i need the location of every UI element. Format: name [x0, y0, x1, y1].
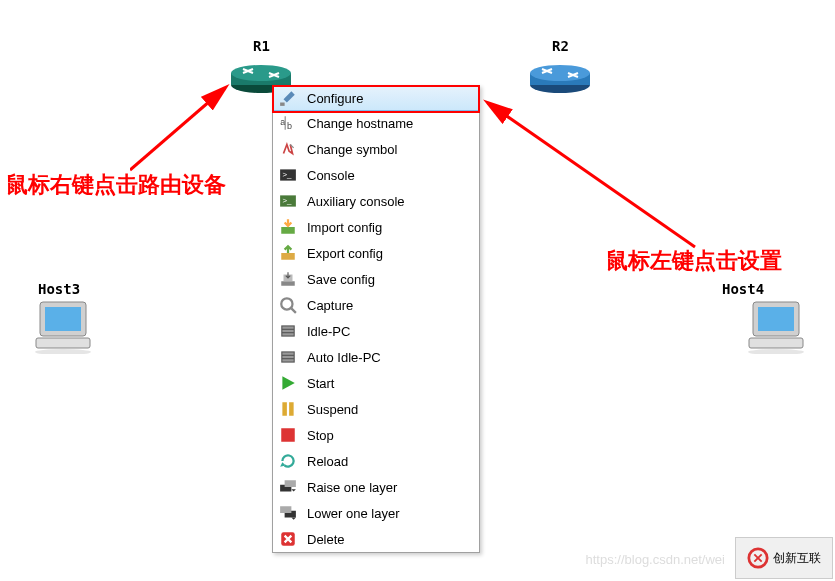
svg-point-13 — [748, 349, 804, 354]
console-icon: >_ — [279, 166, 297, 184]
start-icon — [279, 374, 297, 392]
lower-layer-icon — [279, 504, 297, 522]
svg-rect-34 — [282, 330, 293, 332]
menu-label: Idle-PC — [307, 324, 350, 339]
menu-item-capture[interactable]: Capture — [273, 292, 479, 318]
svg-rect-38 — [282, 356, 293, 358]
tool-icon — [279, 89, 297, 107]
svg-rect-33 — [282, 327, 293, 329]
host4-label: Host4 — [722, 281, 764, 297]
annotation-left: 鼠标右键点击路由设备 — [6, 170, 226, 200]
menu-label: Capture — [307, 298, 353, 313]
annotation-right: 鼠标左键点击设置 — [606, 246, 782, 276]
logo-badge: 创新互联 — [735, 537, 833, 579]
menu-label: Raise one layer — [307, 480, 397, 495]
r1-label: R1 — [253, 38, 270, 54]
svg-rect-7 — [45, 307, 81, 331]
svg-rect-8 — [36, 338, 90, 348]
svg-rect-39 — [282, 359, 293, 361]
export-icon — [279, 244, 297, 262]
svg-rect-37 — [282, 353, 293, 355]
svg-rect-35 — [282, 333, 293, 335]
svg-point-30 — [281, 298, 292, 309]
svg-rect-11 — [758, 307, 794, 331]
menu-label: Save config — [307, 272, 375, 287]
svg-text:b: b — [287, 121, 292, 131]
aux-console-icon: >_ — [279, 192, 297, 210]
host4-device[interactable] — [745, 298, 807, 354]
menu-item-aux-console[interactable]: >_ Auxiliary console — [273, 188, 479, 214]
svg-rect-12 — [749, 338, 803, 348]
r2-label: R2 — [552, 38, 569, 54]
svg-rect-27 — [281, 253, 295, 260]
symbol-icon — [279, 140, 297, 158]
menu-label: Change symbol — [307, 142, 397, 157]
menu-label: Configure — [307, 91, 363, 106]
menu-label: Reload — [307, 454, 348, 469]
reload-icon — [279, 452, 297, 470]
svg-rect-18 — [280, 103, 285, 106]
menu-label: Import config — [307, 220, 382, 235]
menu-item-raise-layer[interactable]: Raise one layer — [273, 474, 479, 500]
suspend-icon — [279, 400, 297, 418]
svg-rect-28 — [281, 281, 295, 286]
auto-idlepc-icon — [279, 348, 297, 366]
arrow-right — [480, 95, 700, 255]
menu-item-delete[interactable]: Delete — [273, 526, 479, 552]
svg-text:>_: >_ — [282, 196, 292, 205]
svg-point-5 — [530, 65, 590, 81]
svg-point-2 — [231, 65, 291, 81]
menu-item-console[interactable]: >_ Console — [273, 162, 479, 188]
menu-item-import-config[interactable]: Import config — [273, 214, 479, 240]
menu-item-lower-layer[interactable]: Lower one layer — [273, 500, 479, 526]
menu-item-idle-pc[interactable]: Idle-PC — [273, 318, 479, 344]
idlepc-icon — [279, 322, 297, 340]
capture-icon — [279, 296, 297, 314]
hostname-icon: ab — [279, 114, 297, 132]
svg-rect-26 — [281, 227, 295, 234]
svg-point-9 — [35, 349, 91, 354]
menu-label: Console — [307, 168, 355, 183]
menu-item-change-hostname[interactable]: ab Change hostname — [273, 110, 479, 136]
menu-item-change-symbol[interactable]: Change symbol — [273, 136, 479, 162]
svg-rect-48 — [280, 506, 291, 513]
svg-line-15 — [130, 88, 225, 170]
badge-label: 创新互联 — [773, 550, 821, 567]
menu-label: Change hostname — [307, 116, 413, 131]
menu-label: Auxiliary console — [307, 194, 405, 209]
menu-item-reload[interactable]: Reload — [273, 448, 479, 474]
menu-label: Suspend — [307, 402, 358, 417]
menu-item-save-config[interactable]: Save config — [273, 266, 479, 292]
menu-item-export-config[interactable]: Export config — [273, 240, 479, 266]
arrow-left — [130, 80, 240, 180]
menu-label: Start — [307, 376, 334, 391]
menu-label: Stop — [307, 428, 334, 443]
host3-label: Host3 — [38, 281, 80, 297]
svg-rect-42 — [289, 402, 294, 416]
svg-line-17 — [488, 103, 695, 247]
menu-label: Export config — [307, 246, 383, 261]
stop-icon — [279, 426, 297, 444]
import-icon — [279, 218, 297, 236]
svg-rect-21 — [285, 116, 286, 130]
svg-line-31 — [291, 308, 296, 313]
delete-icon — [279, 530, 297, 548]
menu-item-start[interactable]: Start — [273, 370, 479, 396]
menu-item-stop[interactable]: Stop — [273, 422, 479, 448]
svg-rect-43 — [281, 428, 295, 442]
svg-marker-40 — [282, 376, 294, 390]
menu-label: Auto Idle-PC — [307, 350, 381, 365]
context-menu: Configure ab Change hostname Change symb… — [272, 85, 480, 553]
svg-text:a: a — [280, 117, 285, 127]
svg-rect-46 — [285, 480, 296, 487]
raise-layer-icon — [279, 478, 297, 496]
router-r2[interactable] — [527, 55, 593, 95]
watermark-text: https://blog.csdn.net/wei — [586, 552, 725, 567]
menu-item-configure[interactable]: Configure — [272, 85, 480, 111]
menu-label: Delete — [307, 532, 345, 547]
svg-rect-41 — [282, 402, 287, 416]
save-icon — [279, 270, 297, 288]
menu-item-auto-idle-pc[interactable]: Auto Idle-PC — [273, 344, 479, 370]
host3-device[interactable] — [32, 298, 94, 354]
menu-item-suspend[interactable]: Suspend — [273, 396, 479, 422]
